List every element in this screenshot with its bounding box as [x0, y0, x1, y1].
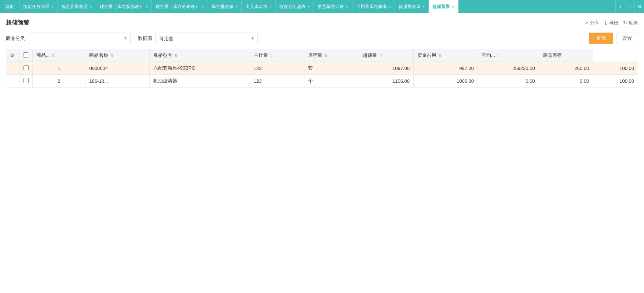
nav-tab-label: 要货单统计表 — [318, 4, 344, 10]
refresh-button[interactable]: ↻ 刷新 — [623, 20, 638, 26]
nav-tab-label: 保质期查询 — [399, 4, 421, 10]
nav-tab-tab7[interactable]: 收发存汇总表× — [276, 0, 314, 13]
datasource-select[interactable]: 可用量 库存量 — [155, 33, 258, 44]
td-avg: 0.00 — [539, 75, 593, 88]
datasource-label: 数据源 — [138, 35, 152, 42]
share-button[interactable]: ↗ 分享 — [584, 20, 599, 26]
nav-tab-label: 库存批次账 — [212, 4, 234, 10]
td-spec: 123 — [250, 75, 304, 88]
refresh-label: 刷新 — [629, 20, 638, 26]
nav-tab-tab3[interactable]: 现存量（库存状况表）× — [96, 0, 152, 13]
nav-tab-tab1[interactable]: 拣货任务管理× — [19, 0, 58, 13]
td-stock: 1106.00 — [359, 75, 414, 88]
nav-tab-close[interactable]: × — [269, 4, 271, 9]
td-capital: 259220.00 — [477, 62, 539, 75]
filter-area: 商品分类 ▼ 数据源 可用量 库存量 ▼ 查询 设置 — [6, 33, 638, 44]
nav-tab-label: 超储预警 — [432, 4, 450, 10]
commodity-filter-group: 商品分类 ▼ — [6, 33, 131, 44]
nav-arrow-more[interactable]: ✕ — [634, 0, 644, 13]
th-overstock-sort-icon[interactable]: ⇅ — [379, 53, 382, 58]
row-checkbox[interactable] — [23, 78, 29, 83]
nav-tab-tab6[interactable]: 出入库流水× — [242, 0, 275, 13]
export-label: 导出 — [609, 20, 619, 26]
td-code: 186-10... — [85, 75, 150, 88]
nav-arrow-right[interactable]: › — [625, 0, 634, 13]
th-spec-label: 规格型号 — [153, 52, 172, 58]
commodity-class-select[interactable] — [28, 33, 131, 44]
th-spec: 规格型号 ⇅ — [150, 49, 250, 62]
nav-tab-tab11[interactable]: 超储预警× — [429, 0, 458, 13]
settings-button[interactable]: 设置 — [616, 33, 638, 44]
datasource-filter-group: 数据源 可用量 库存量 ▼ — [138, 33, 258, 44]
nav-tab-label: 出入库流水 — [245, 4, 267, 10]
nav-tab-close[interactable]: × — [51, 4, 54, 9]
th-capital: 资金占用 ⇅ — [413, 49, 477, 62]
td-avg: 260.00 — [539, 62, 593, 75]
nav-tab-close[interactable]: × — [308, 4, 310, 9]
nav-arrow-left[interactable]: ‹ — [615, 0, 625, 13]
td-unit: 个 — [304, 75, 359, 88]
filter-buttons: 查询 设置 — [589, 33, 638, 44]
page-header: 超储预警 ↗ 分享 ⤓ 导出 ↻ 刷新 — [6, 19, 638, 27]
th-capital-sort-icon[interactable]: ⇅ — [439, 53, 442, 58]
td-settings — [6, 62, 19, 75]
th-unit: 主计量 ⇅ — [250, 49, 304, 62]
nav-tab-close[interactable]: × — [422, 4, 425, 9]
share-label: 分享 — [590, 20, 599, 26]
nav-tab-close[interactable]: × — [346, 4, 348, 9]
th-checkbox — [19, 49, 33, 62]
th-stock-sort-icon[interactable]: ⇅ — [325, 53, 328, 58]
commodity-class-select-wrapper: ▼ — [28, 33, 131, 44]
th-avg: 平均... ⇅ — [477, 49, 539, 62]
nav-tab-label: 拣货任务管理 — [23, 4, 50, 10]
td-row-num: 1 — [33, 62, 85, 75]
nav-tab-tab9[interactable]: 可用量库存账本× — [352, 0, 395, 13]
th-unit-sort-icon[interactable]: ⇅ — [270, 53, 273, 58]
th-spec-sort-icon[interactable]: ⇅ — [175, 53, 178, 58]
datasource-select-wrapper: 可用量 库存量 ▼ — [155, 33, 258, 44]
row-checkbox[interactable] — [23, 65, 29, 70]
nav-tab-close[interactable]: × — [201, 4, 204, 9]
nav-tab-close[interactable]: × — [146, 4, 148, 9]
nav-tab-tab10[interactable]: 保质期查询× — [395, 0, 429, 13]
th-avg-sort-icon[interactable]: ⇅ — [497, 53, 500, 58]
query-button[interactable]: 查询 — [589, 33, 613, 44]
td-capital: 0.00 — [477, 75, 539, 88]
nav-tab-tab5[interactable]: 库存批次账× — [208, 0, 242, 13]
commodity-class-label: 商品分类 — [6, 35, 25, 42]
nav-tab-label: 拣货异常处理 — [61, 4, 88, 10]
td-spec: 123 — [250, 62, 304, 75]
nav-tab-tab2[interactable]: 拣货异常处理× — [58, 0, 96, 13]
table-row: 1 0000004 六配套新昌490BPG 123 套 1097.00 997.… — [6, 62, 638, 75]
nav-tab-label: 现存量（库存状况表） — [100, 4, 144, 10]
select-all-checkbox[interactable] — [23, 52, 28, 58]
nav-tab-label: 收发存汇总表 — [279, 4, 306, 10]
th-unit-label: 主计量 — [254, 52, 268, 58]
nav-home[interactable]: 首页 — [0, 0, 19, 13]
td-overstock: 997.00 — [413, 62, 477, 75]
nav-tab-label: 现存量（库存分布表） — [155, 4, 200, 10]
th-overstock: 超储量 ⇅ — [359, 49, 414, 62]
nav-tab-tab4[interactable]: 现存量（库存分布表）× — [152, 0, 208, 13]
th-maxstock: 最高库存 — [539, 49, 593, 62]
gear-icon[interactable]: ⚙ — [10, 52, 15, 58]
page-content: 超储预警 ↗ 分享 ⤓ 导出 ↻ 刷新 商品分类 ▼ — [0, 13, 644, 293]
th-overstock-label: 超储量 — [363, 52, 377, 58]
th-code-sort-icon[interactable]: ⇅ — [52, 53, 55, 58]
td-settings — [6, 75, 19, 88]
nav-tab-close[interactable]: × — [89, 4, 92, 9]
nav-tab-tab8[interactable]: 要货单统计表× — [314, 0, 352, 13]
share-icon: ↗ — [584, 20, 588, 26]
export-button[interactable]: ⤓ 导出 — [604, 20, 619, 26]
table-header-row: ⚙ 商品... ⇅ 商品名称 ⇅ 规格型号 ⇅ 主计量 — [6, 49, 638, 62]
nav-tab-close[interactable]: × — [452, 4, 454, 9]
data-table: ⚙ 商品... ⇅ 商品名称 ⇅ 规格型号 ⇅ 主计量 — [6, 49, 638, 88]
refresh-icon: ↻ — [623, 20, 627, 26]
nav-tab-close[interactable]: × — [389, 4, 391, 9]
top-nav: 首页 拣货任务管理×拣货异常处理×现存量（库存状况表）×现存量（库存分布表）×库… — [0, 0, 644, 13]
nav-tab-close[interactable]: × — [235, 4, 238, 9]
th-name-sort-icon[interactable]: ⇅ — [110, 53, 113, 58]
th-capital-label: 资金占用 — [417, 52, 436, 58]
table-row: 2 186-10... 机油滤清器 123 个 1106.00 1006.00 … — [6, 75, 638, 88]
td-checkbox — [19, 75, 33, 88]
